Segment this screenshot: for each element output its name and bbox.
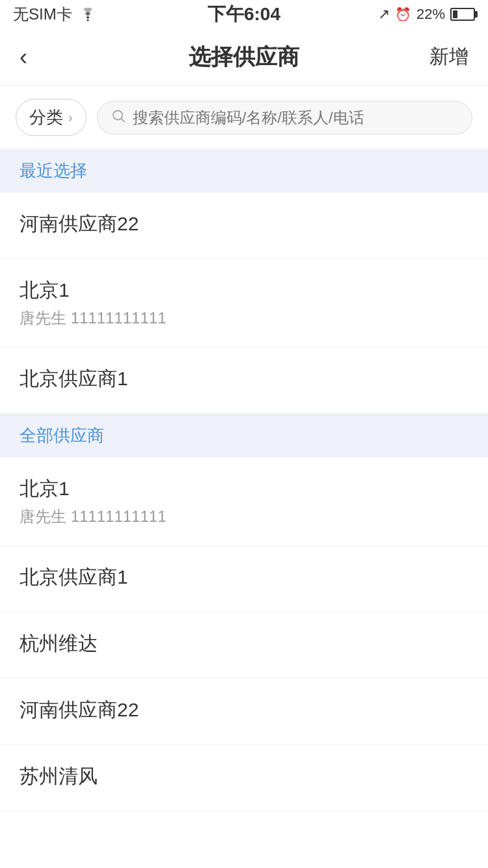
battery-icon [450, 8, 475, 21]
search-icon [111, 108, 126, 128]
content: 最近选择河南供应商22北京1唐先生 11111111111北京供应商1全部供应商… [0, 149, 488, 811]
status-left: 无SIM卡 [13, 4, 97, 25]
carrier-label: 无SIM卡 [13, 4, 72, 25]
item-name: 河南供应商22 [20, 697, 468, 724]
item-name: 杭州维达 [20, 631, 468, 657]
battery-percent: 22% [416, 6, 445, 23]
section-header-recent: 最近选择 [0, 149, 488, 193]
list-item[interactable]: 苏州清风 [0, 745, 488, 811]
status-bar: 无SIM卡 下午6:04 ↗ ⏰ 22% [0, 0, 488, 29]
filter-bar: 分类 › [0, 86, 488, 149]
item-name: 苏州清风 [20, 763, 468, 790]
svg-line-2 [121, 118, 124, 122]
search-input[interactable] [133, 109, 459, 127]
item-name: 北京1 [20, 476, 468, 502]
list-item[interactable]: 河南供应商22 [0, 193, 488, 259]
location-icon: ↗ [378, 6, 390, 23]
section-header-all: 全部供应商 [0, 414, 488, 457]
list-item[interactable]: 北京1唐先生 11111111111 [0, 259, 488, 347]
item-name: 北京供应商1 [20, 564, 468, 591]
back-button[interactable]: ‹ [20, 44, 59, 71]
item-name: 北京供应商1 [20, 366, 468, 392]
status-right: ↗ ⏰ 22% [378, 6, 475, 23]
item-sub: 唐先生 11111111111 [20, 506, 468, 527]
list-item[interactable]: 杭州维达 [0, 612, 488, 679]
nav-bar: ‹ 选择供应商 新增 [0, 29, 488, 86]
list-item[interactable]: 北京供应商1 [0, 347, 488, 414]
wifi-icon [79, 7, 97, 21]
item-sub: 唐先生 11111111111 [20, 308, 468, 329]
battery-fill [453, 10, 457, 18]
svg-point-0 [87, 20, 88, 21]
status-time: 下午6:04 [208, 2, 280, 27]
alarm-icon: ⏰ [395, 7, 411, 22]
page-title: 选择供应商 [189, 42, 299, 72]
category-button[interactable]: 分类 › [16, 99, 87, 136]
add-button[interactable]: 新增 [429, 44, 468, 70]
chevron-right-icon: › [68, 110, 73, 125]
list-item[interactable]: 北京供应商1 [0, 546, 488, 612]
category-label: 分类 [29, 106, 63, 129]
list-item[interactable]: 北京1唐先生 11111111111 [0, 457, 488, 546]
search-box [97, 101, 472, 135]
item-name: 河南供应商22 [20, 211, 468, 237]
list-item[interactable]: 河南供应商22 [0, 679, 488, 745]
item-name: 北京1 [20, 277, 468, 304]
